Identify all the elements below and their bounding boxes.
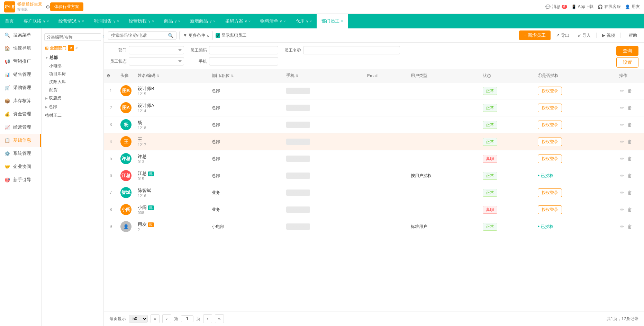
- sidebar-item-system[interactable]: ⚙️ 系统管理: [0, 147, 41, 160]
- auth-login-btn[interactable]: 授权登录: [538, 121, 562, 129]
- delete-btn[interactable]: 🗑: [626, 139, 633, 144]
- navtab-close[interactable]: ×: [310, 19, 312, 23]
- navtab-close[interactable]: ×: [82, 19, 84, 23]
- navtab-close[interactable]: ×: [152, 19, 154, 23]
- edit-btn[interactable]: ✏: [619, 156, 625, 161]
- navtab-部门员工[interactable]: 部门员工 ×: [317, 14, 348, 28]
- delete-btn[interactable]: 🗑: [626, 224, 633, 229]
- dept-group-zhishu[interactable]: 植树王二: [42, 111, 103, 120]
- auth-login-btn[interactable]: 授权登录: [538, 155, 562, 163]
- dept-refresh-btn[interactable]: ↺: [68, 45, 74, 51]
- edit-btn[interactable]: ✏: [619, 173, 625, 178]
- show-resigned-label[interactable]: 显示离职员工: [216, 33, 246, 38]
- page-number-input[interactable]: [181, 315, 193, 322]
- message-btn[interactable]: 💬 消息 6: [545, 4, 567, 10]
- export-btn[interactable]: ↗ 导出: [553, 31, 572, 40]
- auth-login-btn[interactable]: 授权登录: [538, 205, 562, 214]
- delete-btn[interactable]: 🗑: [626, 122, 633, 127]
- sidebar-item-quick-nav[interactable]: 🏠 快速导航: [0, 42, 41, 55]
- query-btn[interactable]: 查询: [616, 46, 638, 56]
- dept-child-peihuo[interactable]: 配货: [42, 86, 103, 94]
- show-resigned-checkbox[interactable]: [216, 33, 220, 38]
- navtab-利润报告[interactable]: 利润报告∨ ×: [89, 14, 124, 28]
- navtab-经营历程[interactable]: 经营历程∨ ×: [124, 14, 159, 28]
- navtab-close[interactable]: ×: [117, 19, 119, 23]
- search-input[interactable]: [111, 33, 166, 38]
- dept-collapse-btn[interactable]: «: [75, 46, 78, 51]
- sidebar-item-cooperation[interactable]: 🤝 企业协同: [0, 160, 41, 173]
- delete-btn[interactable]: 🗑: [626, 105, 633, 111]
- auth-login-btn[interactable]: 授权登录: [538, 138, 562, 146]
- navtab-新增商品[interactable]: 新增商品∨ ×: [185, 14, 220, 28]
- sidebar-item-marketing[interactable]: 📢 营销推广: [0, 55, 41, 68]
- delete-btn[interactable]: 🗑: [626, 190, 633, 195]
- page-size-select[interactable]: 50 20 100: [129, 315, 148, 323]
- navtab-仓库[interactable]: 仓库∨ ×: [291, 14, 317, 28]
- app-download-btn[interactable]: 📱 App下载: [571, 4, 593, 10]
- th-name-code[interactable]: 姓名/编码⇅: [135, 69, 209, 82]
- dept-group-head[interactable]: ▼ 总部: [42, 53, 103, 62]
- all-dept-header[interactable]: ⊞ 全部部门 ↺ «: [42, 43, 103, 53]
- edit-btn[interactable]: ✏: [619, 207, 625, 212]
- sidebar-item-inventory[interactable]: 📦 库存核算: [0, 94, 41, 107]
- th-dept[interactable]: 部门/职位⇅: [209, 69, 283, 82]
- navtab-客户联络[interactable]: 客户联络∨ ×: [19, 14, 54, 28]
- navtab-close[interactable]: ×: [248, 19, 251, 23]
- th-phone[interactable]: 手机⇅: [283, 69, 364, 82]
- auth-login-btn[interactable]: 授权登录: [538, 87, 562, 95]
- dept-select[interactable]: [129, 46, 184, 54]
- last-page-btn[interactable]: »: [215, 314, 224, 323]
- user-area[interactable]: 👤 用友: [625, 4, 640, 10]
- edit-btn[interactable]: ✏: [619, 122, 625, 127]
- delete-btn[interactable]: 🗑: [626, 156, 633, 161]
- prev-page-btn[interactable]: ‹: [162, 314, 171, 323]
- employee-code-input[interactable]: [209, 46, 278, 54]
- sidebar-item-purchase[interactable]: 🛒 采购管理: [0, 81, 41, 94]
- delete-btn[interactable]: 🗑: [626, 88, 633, 94]
- sidebar-item-finance[interactable]: 💰 资金管理: [0, 107, 41, 121]
- edit-btn[interactable]: ✏: [619, 88, 625, 94]
- delete-btn[interactable]: 🗑: [626, 207, 633, 212]
- video-btn[interactable]: ▶ 视频: [599, 31, 618, 40]
- settings-icon[interactable]: ⚙: [107, 73, 110, 78]
- gear-icon[interactable]: ⚙: [46, 4, 50, 10]
- navtab-close[interactable]: ×: [178, 19, 180, 23]
- dept-child-xiaodian[interactable]: 小电部: [42, 62, 103, 70]
- dept-group-zongbu[interactable]: ▶ 总部: [42, 103, 103, 111]
- trial-button[interactable]: 体验行业方案: [50, 2, 83, 11]
- employee-status-select[interactable]: [129, 57, 184, 65]
- edit-btn[interactable]: ✏: [619, 139, 625, 144]
- first-page-btn[interactable]: «: [151, 314, 160, 323]
- set-btn[interactable]: 设置: [616, 57, 638, 68]
- employee-name-input[interactable]: [303, 46, 400, 54]
- sidebar-item-basic-info[interactable]: 📋 基础信息: [0, 134, 41, 147]
- navtab-经营情况[interactable]: 经营情况∨ ×: [54, 14, 89, 28]
- dept-search-input[interactable]: [44, 33, 101, 41]
- navtab-条码方案[interactable]: 条码方案∨ ×: [220, 14, 255, 28]
- navtab-close[interactable]: ×: [283, 19, 285, 23]
- edit-btn[interactable]: ✏: [619, 105, 625, 111]
- auth-login-btn[interactable]: 授权登录: [538, 104, 562, 112]
- auth-login-btn[interactable]: 授权登录: [538, 188, 562, 197]
- sidebar-item-search-menu[interactable]: 🔍 搜索菜单: [0, 28, 41, 42]
- navtab-物料清单[interactable]: 物料清单∨ ×: [255, 14, 290, 28]
- navtab-close[interactable]: ×: [47, 19, 49, 23]
- sidebar-item-operation[interactable]: 📈 经营管理: [0, 121, 41, 134]
- navtab-close[interactable]: ×: [213, 19, 215, 23]
- navtab-商品[interactable]: 商品∨ ×: [159, 14, 185, 28]
- add-employee-btn[interactable]: + 新增员工: [519, 30, 551, 40]
- edit-btn[interactable]: ✏: [619, 224, 625, 229]
- more-conditions-btn[interactable]: ▼ 更多条件 ∧: [179, 31, 213, 40]
- delete-btn[interactable]: 🗑: [626, 173, 633, 178]
- edit-btn[interactable]: ✏: [619, 190, 625, 195]
- sidebar-item-sales[interactable]: 📊 销售管理: [0, 68, 41, 81]
- navtab-close[interactable]: ×: [341, 19, 343, 23]
- import-btn[interactable]: ↙ 导入: [575, 31, 593, 40]
- search-icon[interactable]: 🔍: [168, 33, 173, 38]
- dept-child-xiangmu[interactable]: 项目库房: [42, 70, 103, 78]
- sidebar-item-guide[interactable]: 🎯 新手引导: [0, 173, 41, 186]
- phone-input[interactable]: [209, 57, 278, 65]
- help-btn[interactable]: | 帮助: [624, 31, 640, 40]
- next-page-btn[interactable]: ›: [203, 314, 212, 323]
- dept-group-shuanglu[interactable]: ▶ 双鹿想: [42, 94, 103, 103]
